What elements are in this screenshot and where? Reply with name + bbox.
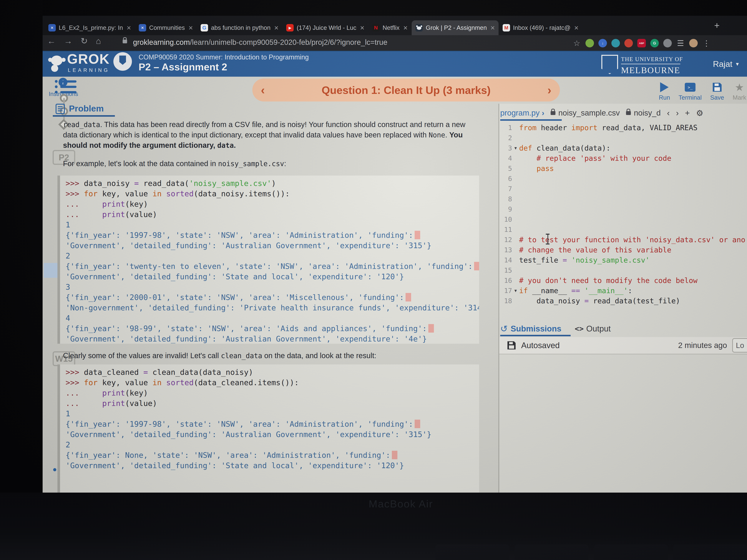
reload-button[interactable]: ↻ xyxy=(81,36,88,46)
tab-output[interactable]: Output xyxy=(586,324,611,334)
bezel-top xyxy=(0,0,747,16)
grok-logo-icon[interactable] xyxy=(48,54,66,73)
tab-close-icon[interactable]: × xyxy=(188,24,193,32)
chevron-right-icon: › xyxy=(542,109,544,117)
tab-close-icon[interactable]: × xyxy=(403,24,408,32)
tab-scroll-left-icon[interactable]: ‹ xyxy=(667,108,670,117)
browser-tab[interactable]: Grok | P2 - Assignmen× xyxy=(412,20,498,35)
editor-line[interactable]: 4 # replace 'pass' with your code xyxy=(500,153,747,163)
browser-tab[interactable]: MInbox (469) - rajatc@× xyxy=(499,20,582,35)
tab-close-icon[interactable]: × xyxy=(127,24,131,32)
home-button[interactable]: ⌂ xyxy=(96,36,101,46)
browser-tab[interactable]: ×Communities× xyxy=(135,20,197,35)
terminal-button[interactable]: >_Terminal xyxy=(679,82,702,101)
mark-button[interactable]: ★Mark xyxy=(732,82,746,101)
autosave-row: Autosaved 2 minutes ago Lo xyxy=(499,337,747,354)
invalid-value-highlight xyxy=(406,293,411,301)
terminal-icon: >_ xyxy=(685,83,695,92)
macbook-air-label: MacBook Air xyxy=(369,498,433,510)
code-line: 3 xyxy=(66,282,479,292)
play-icon xyxy=(660,82,669,92)
editor-line[interactable]: 16# you don't need to modify the code be… xyxy=(500,275,747,286)
editor-line[interactable]: 1from header import read_data, VALID_ARE… xyxy=(500,123,747,133)
university-name-line1: THE UNIVERSITY OF xyxy=(621,56,683,62)
editor-line[interactable]: 12# to test your function with 'noisy_da… xyxy=(500,235,747,245)
url-domain: groklearning.com xyxy=(133,38,190,46)
page-title: P2 – Assignment 2 xyxy=(138,61,227,73)
profile-avatar[interactable] xyxy=(689,39,698,47)
editor-line[interactable]: 17▾if __name__ == '__main__': xyxy=(500,286,747,296)
next-question-arrow[interactable]: › xyxy=(547,83,551,97)
code-line: >>> for key, value in sorted(data_cleane… xyxy=(66,377,479,388)
editor-line[interactable]: 10 xyxy=(500,214,747,224)
invalid-value-highlight xyxy=(392,451,397,459)
editor-line[interactable]: 18 data_noisy = read_data(test_file) xyxy=(500,296,747,306)
editor-line[interactable]: 2 xyxy=(500,133,747,143)
back-button[interactable]: ← xyxy=(47,36,56,46)
text-cursor-pointer xyxy=(547,234,548,244)
problem-doc-icon xyxy=(56,104,65,114)
editor-tab-program-py[interactable]: program.py› xyxy=(500,108,544,117)
editor-line[interactable]: 8 xyxy=(500,194,747,204)
editor-line[interactable]: 15 xyxy=(500,265,747,275)
add-file-icon[interactable]: + xyxy=(685,108,690,117)
adblock-plus-icon[interactable]: ABP xyxy=(637,39,646,47)
editor-code[interactable]: 1from header import read_data, VALID_ARE… xyxy=(500,123,747,319)
tab-close-icon[interactable]: × xyxy=(274,24,279,32)
run-button[interactable]: Run xyxy=(659,82,670,101)
editor-tab-noisy-sample-csv[interactable]: noisy_sample.csv xyxy=(550,108,620,117)
editor-line[interactable]: 13# change the value of this variable xyxy=(500,245,747,255)
tab-close-icon[interactable]: × xyxy=(360,24,364,32)
load-button[interactable]: Lo xyxy=(732,338,747,353)
new-tab-button[interactable]: + xyxy=(714,20,720,31)
bookmark-star-icon[interactable]: ☆ xyxy=(572,39,581,47)
code-line: {'fin_year': '98-99', 'state': 'NSW', 'a… xyxy=(66,323,479,334)
extension-teal-icon[interactable] xyxy=(611,39,620,47)
fold-arrow-icon[interactable]: ▾ xyxy=(512,288,519,294)
extension-green-icon[interactable] xyxy=(586,39,594,47)
grammarly-icon[interactable]: G xyxy=(650,39,659,47)
code-line: 'Government', 'detailed_funding': 'Austr… xyxy=(66,334,479,344)
extension-red-shield-icon[interactable] xyxy=(624,39,633,47)
invalid-value-highlight xyxy=(428,324,434,332)
editor-line[interactable]: 9 xyxy=(500,204,747,214)
editor-settings-icon[interactable]: ⚙ xyxy=(696,108,703,118)
editor-tab-noisy-d[interactable]: noisy_d xyxy=(626,108,661,117)
user-menu[interactable]: Rajat▼ xyxy=(713,59,740,69)
editor-line[interactable]: 14test_file = 'noisy_sample.csv' xyxy=(500,255,747,265)
grok-logo-title[interactable]: GROK xyxy=(67,51,110,67)
tab-submissions[interactable]: Submissions xyxy=(511,324,561,334)
forward-button[interactable]: → xyxy=(64,36,73,46)
tab-scroll-right-icon[interactable]: › xyxy=(676,108,679,117)
tab-title: Communities xyxy=(149,24,185,31)
code-line: 2 xyxy=(66,439,479,450)
editor-line[interactable]: 11 xyxy=(500,224,747,235)
invalid-value-highlight xyxy=(415,231,420,239)
address-bar[interactable]: groklearning.com/learn/unimelb-comp90059… xyxy=(133,38,387,47)
browser-menu-icon[interactable]: ⋮ xyxy=(702,39,711,47)
browser-tab[interactable]: Gabs function in python× xyxy=(197,20,282,35)
editor-line[interactable]: 5 pass xyxy=(500,163,747,174)
tab-title: abs function in python xyxy=(211,24,271,31)
browser-tab[interactable]: ▶(174) Juice Wrld - Luc× xyxy=(283,20,368,35)
browser-tab[interactable]: NNetflix× xyxy=(368,20,411,35)
reading-list-icon[interactable]: ☰ xyxy=(676,39,685,47)
tab-close-icon[interactable]: × xyxy=(574,24,578,32)
code-line: 'Government', 'detailed_funding': 'Austr… xyxy=(66,240,479,251)
editor-line[interactable]: 7 xyxy=(500,184,747,194)
browser-tab[interactable]: ×L6_Ex2_Is_prime.py: In× xyxy=(45,20,135,35)
tab-close-icon[interactable]: × xyxy=(491,24,495,32)
question-title: Question 1: Clean It Up (3 marks) xyxy=(321,84,491,96)
grok-logo-subtitle: LEARNING xyxy=(68,68,110,73)
save-button[interactable]: Save xyxy=(710,82,724,101)
module-list-icon[interactable] xyxy=(55,80,79,96)
editor-line[interactable]: 6 xyxy=(500,174,747,184)
google-favicon: G xyxy=(201,24,208,31)
extension-gray-icon[interactable] xyxy=(663,39,672,47)
fold-arrow-icon[interactable]: ▾ xyxy=(512,145,519,151)
code-line: ... print(key) xyxy=(66,388,479,398)
tab-problem[interactable]: Problem xyxy=(69,103,104,113)
prev-question-arrow[interactable]: ‹ xyxy=(261,83,265,97)
extension-blue-icon[interactable]: ↓ xyxy=(598,39,607,47)
editor-line[interactable]: 3▾def clean_data(data): xyxy=(500,143,747,153)
